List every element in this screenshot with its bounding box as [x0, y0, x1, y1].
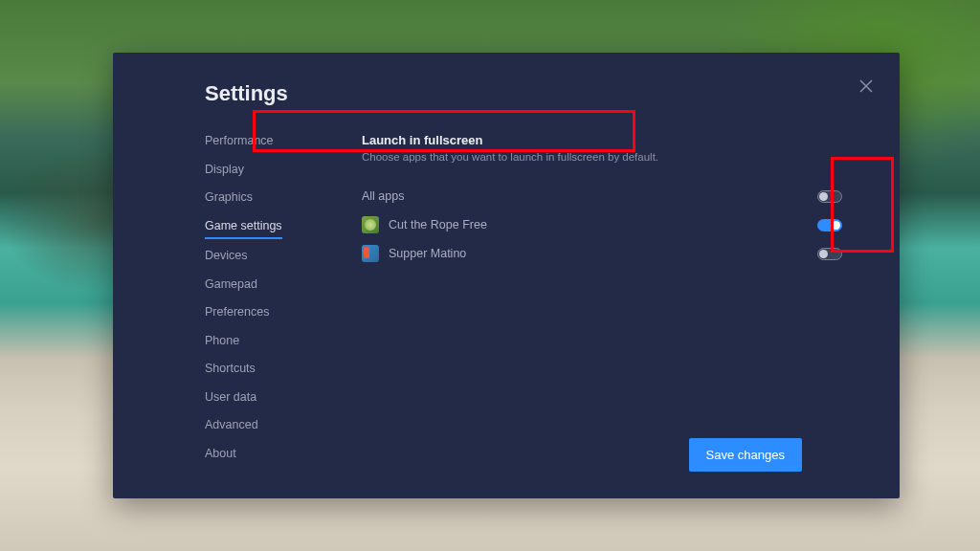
- sidebar-item-shortcuts[interactable]: Shortcuts: [205, 355, 352, 384]
- app-row-supper-matino: Supper Matino: [362, 239, 842, 268]
- sidebar-item-graphics[interactable]: Graphics: [205, 184, 352, 212]
- sidebar-item-about[interactable]: About: [205, 440, 352, 469]
- settings-sidebar: Performance Display Graphics Game settin…: [205, 123, 352, 498]
- settings-content: Launch in fullscreen Choose apps that yo…: [352, 123, 900, 498]
- close-button[interactable]: [859, 79, 873, 93]
- sidebar-item-user-data[interactable]: User data: [205, 384, 352, 412]
- annotation-highlight-header: [253, 110, 635, 152]
- app-row-cut-the-rope: Cut the Rope Free: [362, 210, 842, 239]
- annotation-highlight-toggles: [831, 157, 894, 253]
- app-icon: [362, 216, 379, 233]
- sidebar-item-phone[interactable]: Phone: [205, 327, 352, 356]
- sidebar-item-devices[interactable]: Devices: [205, 242, 352, 271]
- app-name-label: Supper Matino: [389, 247, 466, 260]
- close-icon: [859, 79, 873, 93]
- sidebar-item-gamepad[interactable]: Gamepad: [205, 271, 352, 299]
- section-description: Choose apps that you want to launch in f…: [362, 151, 833, 163]
- sidebar-item-advanced[interactable]: Advanced: [205, 411, 352, 440]
- app-icon: [362, 245, 379, 262]
- sidebar-item-game-settings[interactable]: Game settings: [205, 212, 282, 240]
- toggle-knob: [819, 250, 828, 258]
- sidebar-item-display[interactable]: Display: [205, 156, 352, 185]
- app-list: All apps Cut the Rope Free Supper Matino: [352, 182, 842, 268]
- app-name-label: Cut the Rope Free: [389, 218, 487, 231]
- toggle-knob: [819, 192, 828, 201]
- all-apps-label: All apps: [362, 189, 404, 203]
- sidebar-item-preferences[interactable]: Preferences: [205, 298, 352, 327]
- save-changes-button[interactable]: Save changes: [689, 438, 802, 472]
- all-apps-row: All apps: [362, 182, 842, 210]
